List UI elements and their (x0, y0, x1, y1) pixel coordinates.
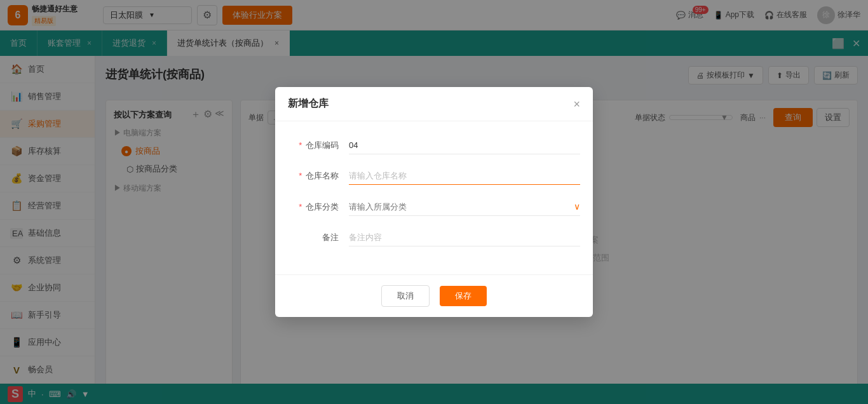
name-label: * 仓库名称 (288, 170, 339, 182)
required-star-code: * (299, 140, 302, 150)
form-row-code: * 仓库编码 (288, 137, 580, 154)
required-star-name: * (299, 171, 302, 180)
save-button[interactable]: 保存 (440, 286, 487, 306)
required-star-category: * (299, 202, 302, 212)
modal-title: 新增仓库 (288, 97, 329, 111)
form-row-name: * 仓库名称 (288, 167, 580, 185)
category-select-input[interactable] (349, 202, 574, 212)
modal-body: * 仓库编码 * 仓库名称 * 仓库分类 (275, 121, 593, 274)
category-select-row: ∨ (349, 198, 580, 216)
modal-header: 新增仓库 × (275, 87, 593, 121)
form-row-category: * 仓库分类 ∨ (288, 198, 580, 216)
category-label: * 仓库分类 (288, 201, 339, 213)
note-label: 备注 (288, 232, 339, 243)
modal-overlay: 新增仓库 × * 仓库编码 * 仓库名称 (0, 0, 868, 404)
add-warehouse-modal: 新增仓库 × * 仓库编码 * 仓库名称 (275, 87, 593, 317)
modal-footer: 取消 保存 (275, 274, 593, 317)
modal-close-button[interactable]: × (573, 98, 580, 110)
form-row-note: 备注 (288, 229, 580, 246)
warehouse-code-input[interactable] (349, 137, 580, 154)
warehouse-name-input[interactable] (349, 167, 580, 185)
code-label: * 仓库编码 (288, 140, 339, 151)
category-chevron-icon[interactable]: ∨ (574, 201, 580, 212)
cancel-button[interactable]: 取消 (381, 285, 430, 307)
note-input[interactable] (349, 229, 580, 246)
